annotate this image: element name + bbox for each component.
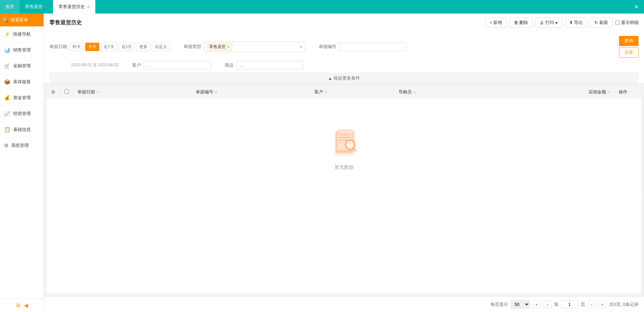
- type-tag: 零售退货 ✕: [207, 43, 232, 51]
- settings-button[interactable]: 设置: [619, 47, 639, 58]
- tab-retail-return-close[interactable]: ✕: [45, 5, 48, 9]
- per-page-select[interactable]: 10 20 50 100: [511, 300, 530, 309]
- sidebar-item-system[interactable]: ⚙ 系统管理: [0, 138, 44, 154]
- export-button-label: ⬆ 导出: [569, 20, 583, 26]
- page-number-input[interactable]: [561, 300, 578, 308]
- pagination-bar: 每页显示 10 20 50 100 « ‹ 第 页 › » 共0页, 0条记录: [44, 296, 644, 312]
- th-date: 单据日期 ⇅: [73, 86, 192, 98]
- date-filter-label: 单据日期: [49, 44, 67, 50]
- date-sort-icon: ⇅: [96, 90, 99, 94]
- print-button[interactable]: 🖨 打印 ▾: [535, 18, 562, 28]
- prev-page-button[interactable]: ‹: [544, 300, 551, 308]
- date-range-text: 2023-06-02 至 2023-06-02: [71, 62, 119, 68]
- th-customer-label: 客户: [314, 89, 323, 95]
- goods-filter-label: 商品: [225, 62, 234, 68]
- customer-filter-label: 客户: [132, 62, 141, 68]
- tab-home-label: 首页: [5, 4, 14, 10]
- date-btn-today[interactable]: 今天: [85, 43, 99, 51]
- delete-button-label: 🗑 删除: [514, 20, 528, 26]
- table-header: ⚙ 单据日期 ⇅ 单据编号: [47, 86, 641, 98]
- type-filter-label: 单据类型: [184, 44, 201, 50]
- tab-home[interactable]: 首页: [0, 0, 20, 14]
- sidebar-item-operations[interactable]: 📈 经营管理: [0, 106, 44, 122]
- new-button[interactable]: + 新增: [485, 18, 506, 28]
- sidebar-item-basic-info[interactable]: 📋 基础信息: [0, 122, 44, 138]
- sidebar-bottom: ⚙ ◀: [0, 298, 44, 312]
- date-range-item: 2023-06-02 至 2023-06-02: [49, 62, 119, 68]
- th-customer-sort[interactable]: 客户 ⇅: [314, 89, 390, 95]
- date-btn-1month[interactable]: 近1月: [119, 43, 135, 51]
- tab-retail-return-history[interactable]: 零售退货历史 ✕: [53, 0, 95, 14]
- collapse-label: 收起更多条件: [334, 75, 360, 81]
- th-actions: 操作: [614, 86, 641, 98]
- page-title-row: 零售退货历史 + 新增 🗑 删除 🖨 打印 ▾ ⬆ 导出: [49, 18, 639, 28]
- sidebar: 🔍 搜索菜单 ⚡ 快捷导航 📊 销售管理 🛒 采购管理 📦 库存核算 💰 资金管…: [0, 14, 44, 312]
- th-guide: 导购员 ⇅: [394, 86, 496, 98]
- tab-retail-return[interactable]: 零售退货 ✕: [20, 0, 53, 14]
- page-title: 零售退货历史: [49, 19, 82, 26]
- window-close-button[interactable]: ✕: [634, 4, 644, 10]
- search-icon: 🔍: [3, 17, 8, 23]
- th-settings: ⚙: [47, 86, 60, 98]
- th-actions-label: 操作: [619, 89, 627, 94]
- quick-nav-icon: ⚡: [4, 31, 10, 37]
- th-number: 单据编号 ⇅: [192, 86, 310, 98]
- header-actions: + 新增 🗑 删除 🖨 打印 ▾ ⬆ 导出 ↻ 刷新: [485, 18, 639, 28]
- type-tag-remove[interactable]: ✕: [227, 45, 230, 49]
- th-number-sort[interactable]: 单据编号 ⇅: [196, 89, 306, 95]
- basic-info-icon: 📋: [4, 127, 10, 133]
- date-filter-btns: 昨天 今天 近7天 近1月 更多 自定义: [70, 43, 170, 51]
- refresh-button[interactable]: ↻ 刷新: [590, 18, 613, 28]
- select-all-checkbox[interactable]: [65, 89, 69, 94]
- print-dropdown-icon: ▾: [555, 20, 558, 25]
- sidebar-item-quick-nav[interactable]: ⚡ 快捷导航: [0, 26, 44, 42]
- next-page-button[interactable]: ›: [588, 300, 595, 308]
- th-amount-sort[interactable]: 实销金额 ⇅: [500, 89, 610, 95]
- th-guide-sort[interactable]: 导购员 ⇅: [399, 89, 492, 95]
- refresh-button-label: ↻ 刷新: [594, 20, 608, 26]
- sidebar-item-sales[interactable]: 📊 销售管理: [0, 42, 44, 58]
- operations-icon: 📈: [4, 111, 10, 117]
- total-info: 共0页, 0条记录: [609, 302, 639, 308]
- date-btn-custom[interactable]: 自定义: [152, 43, 170, 51]
- collapse-sidebar-icon[interactable]: ◀: [24, 302, 28, 309]
- content-area: 零售退货历史 + 新增 🗑 删除 🖨 打印 ▾ ⬆ 导出: [44, 14, 644, 312]
- table-settings-icon[interactable]: ⚙: [51, 89, 55, 95]
- sidebar-item-finance[interactable]: 💰 资金管理: [0, 90, 44, 106]
- type-filter-item: 单据类型 零售退货 ✕ ▾: [184, 42, 305, 52]
- show-detail-checkbox-label[interactable]: 显示明细: [615, 20, 639, 26]
- sidebar-item-sales-label: 销售管理: [13, 47, 31, 53]
- collapse-up-icon: ▲: [328, 76, 332, 81]
- sidebar-search-label: 搜索菜单: [10, 17, 28, 23]
- finance-icon: 💰: [4, 95, 10, 101]
- show-detail-checkbox[interactable]: [615, 21, 620, 25]
- sidebar-item-system-label: 系统管理: [11, 142, 29, 149]
- tab-list: 首页 零售退货 ✕ 零售退货历史 ✕: [0, 0, 634, 14]
- delete-button[interactable]: 🗑 删除: [509, 18, 533, 28]
- customer-filter-input[interactable]: [144, 61, 211, 69]
- amount-sort-icon: ⇅: [607, 90, 610, 94]
- collapse-filter-button[interactable]: ▲ 收起更多条件: [49, 73, 639, 83]
- sidebar-item-purchase[interactable]: 🛒 采购管理: [0, 58, 44, 74]
- goods-filter-input[interactable]: [236, 61, 304, 69]
- goods-filter-item: 商品: [225, 61, 304, 69]
- svg-point-10: [349, 143, 350, 144]
- th-customer: 客户 ⇅: [310, 86, 394, 98]
- date-btn-more[interactable]: 更多: [136, 43, 150, 51]
- export-button[interactable]: ⬆ 导出: [565, 18, 588, 28]
- sidebar-search[interactable]: 🔍 搜索菜单: [0, 14, 44, 26]
- last-page-button[interactable]: »: [598, 300, 606, 308]
- sidebar-item-inventory[interactable]: 📦 库存核算: [0, 74, 44, 90]
- settings-bottom-icon[interactable]: ⚙: [16, 302, 21, 309]
- query-button[interactable]: 查询: [619, 36, 639, 46]
- new-button-label: + 新增: [490, 20, 502, 26]
- page-header: 零售退货历史 + 新增 🗑 删除 🖨 打印 ▾ ⬆ 导出: [44, 14, 644, 84]
- type-select[interactable]: 零售退货 ✕ ▾: [204, 42, 305, 52]
- tab-retail-return-history-close[interactable]: ✕: [87, 5, 90, 9]
- date-btn-yesterday[interactable]: 昨天: [70, 43, 84, 51]
- date-btn-7days[interactable]: 近7天: [101, 43, 117, 51]
- first-page-button[interactable]: «: [532, 300, 541, 308]
- number-filter-input[interactable]: [339, 43, 407, 51]
- th-date-sort[interactable]: 单据日期 ⇅: [77, 89, 188, 95]
- print-button-label: 🖨 打印: [540, 20, 554, 26]
